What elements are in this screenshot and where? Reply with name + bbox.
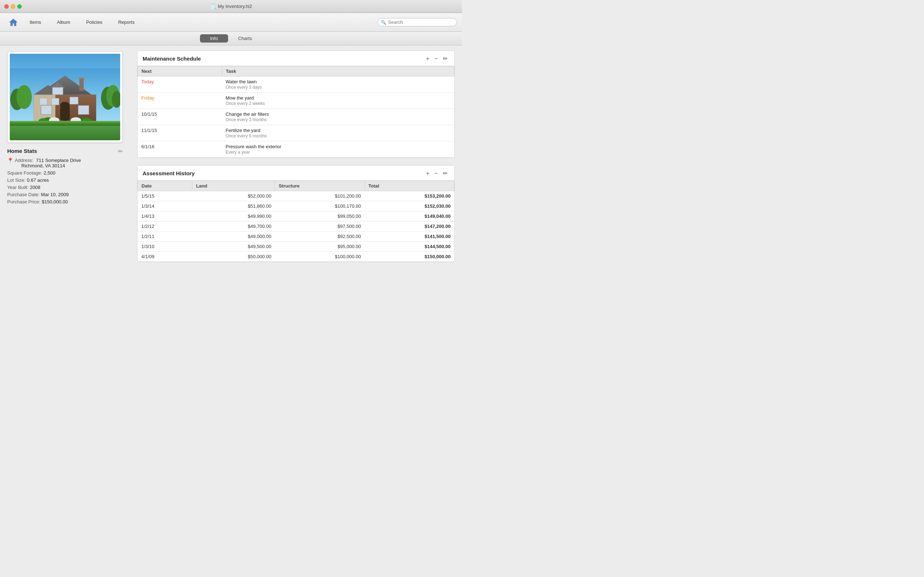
svg-rect-11: [79, 78, 84, 91]
nav-policies[interactable]: Policies: [78, 18, 110, 26]
toolbar: Items Album Policies Reports 🔍: [0, 13, 462, 32]
location-pin-icon: 📍: [7, 158, 13, 163]
maximize-button[interactable]: [17, 4, 22, 9]
svg-rect-29: [10, 121, 120, 126]
assessment-row: 1/4/13 $49,990.00 $99,050.00 $149,040.00: [138, 211, 454, 221]
assessment-row: 4/1/09 $50,000.00 $100,000.00 $150,000.0…: [138, 252, 454, 262]
lot-size-row: Lot Size: 0.67 acres: [7, 177, 81, 183]
cell-date-2: 1/4/13: [138, 211, 192, 221]
cell-land-5: $49,500.00: [192, 242, 275, 252]
svg-rect-12: [79, 77, 84, 79]
app-icon: 🗒️: [210, 3, 216, 10]
purchase-price-row: Purchase Price: $150,000.00: [7, 199, 81, 205]
cell-next-0: Today: [138, 76, 222, 93]
assessment-edit-button[interactable]: ✏: [441, 169, 449, 177]
cell-next-2: 10/1/15: [138, 109, 222, 125]
nav-reports[interactable]: Reports: [110, 18, 142, 26]
nav-items[interactable]: Items: [22, 18, 49, 26]
cell-next-1: Friday: [138, 93, 222, 109]
cell-total-2: $149,040.00: [365, 211, 454, 221]
home-stats-title: Home Stats: [7, 148, 81, 154]
maintenance-table: Next Task Today Water the lawn Once ever…: [137, 66, 454, 158]
house-illustration: [10, 54, 120, 140]
assessment-actions: + − ✏: [424, 169, 449, 177]
assessment-row: 1/2/11 $49,000.00 $92,500.00 $141,500.00: [138, 232, 454, 242]
cell-task-0: Water the lawn Once every 3 days: [222, 76, 454, 93]
col-structure: Structure: [275, 181, 365, 191]
home-icon: [9, 18, 18, 26]
maintenance-section: Maintenance Schedule + − ✏ Next Task: [137, 50, 455, 158]
cell-date-1: 1/3/14: [138, 201, 192, 211]
square-footage-value: 2,500: [44, 170, 56, 176]
cell-total-6: $150,000.00: [365, 252, 454, 262]
svg-marker-0: [9, 19, 18, 26]
square-footage-row: Square Footage: 2,500: [7, 170, 81, 176]
address-row: 📍 Address: 711 Someplace Drive Richmond,…: [7, 158, 81, 168]
cell-date-3: 1/2/12: [138, 221, 192, 232]
assessment-remove-button[interactable]: −: [433, 169, 439, 177]
maintenance-edit-button[interactable]: ✏: [441, 55, 449, 63]
maintenance-row: 6/1/16 Pressure wash the exterior Every …: [138, 141, 454, 158]
close-button[interactable]: [4, 4, 9, 9]
minimize-button[interactable]: [11, 4, 15, 9]
cell-structure-2: $99,050.00: [275, 211, 365, 221]
address-label: Address:: [15, 158, 33, 163]
photo-container: [7, 51, 123, 143]
tab-info[interactable]: Info: [200, 34, 228, 43]
svg-rect-20: [41, 105, 52, 114]
maintenance-row: Today Water the lawn Once every 3 days: [138, 76, 454, 93]
house-photo: [10, 54, 120, 140]
assessment-table: Date Land Structure Total 1/5/15 $52,000…: [137, 181, 454, 262]
lot-size-label: Lot Size:: [7, 177, 26, 183]
cell-date-4: 1/2/11: [138, 232, 192, 242]
search-input[interactable]: [388, 19, 453, 25]
maintenance-table-wrapper: Next Task Today Water the lawn Once ever…: [137, 66, 454, 158]
maintenance-row: Friday Mow the yard Once every 2 weeks: [138, 93, 454, 109]
maintenance-row: 11/1/15 Fertilize the yard Once every 6 …: [138, 125, 454, 141]
year-built-label: Year Built:: [7, 185, 29, 190]
svg-rect-17: [40, 98, 47, 105]
tab-charts[interactable]: Charts: [228, 34, 262, 43]
col-next: Next: [138, 66, 222, 76]
cell-total-3: $147,200.00: [365, 221, 454, 232]
search-box: 🔍: [378, 18, 457, 26]
search-icon: 🔍: [381, 20, 386, 25]
maintenance-title: Maintenance Schedule: [142, 56, 424, 62]
window-title: 🗒️ My Inventory.hi2: [210, 3, 252, 10]
home-stats-edit-button[interactable]: ✏: [118, 148, 123, 155]
cell-date-6: 4/1/09: [138, 252, 192, 262]
cell-total-5: $144,500.00: [365, 242, 454, 252]
svg-point-3: [16, 85, 32, 109]
main-content: Home Stats 📍 Address: 711 Someplace Driv…: [0, 45, 462, 288]
svg-rect-16: [52, 98, 59, 105]
cell-land-2: $49,990.00: [192, 211, 275, 221]
cell-structure-0: $101,200.00: [275, 191, 365, 201]
square-footage-label: Square Footage:: [7, 170, 42, 176]
cell-task-2: Change the air filters Once every 3 mont…: [222, 109, 454, 125]
assessment-table-wrapper: Date Land Structure Total 1/5/15 $52,000…: [137, 181, 454, 262]
cell-structure-5: $95,000.00: [275, 242, 365, 252]
cell-task-4: Pressure wash the exterior Every a year: [222, 141, 454, 158]
cell-date-0: 1/5/15: [138, 191, 192, 201]
cell-structure-1: $100,170.00: [275, 201, 365, 211]
right-panel: Maintenance Schedule + − ✏ Next Task: [130, 45, 462, 288]
svg-rect-14: [52, 87, 63, 95]
cell-structure-6: $100,000.00: [275, 252, 365, 262]
assessment-add-button[interactable]: +: [424, 169, 431, 177]
maintenance-header: Maintenance Schedule + − ✏: [137, 51, 454, 66]
address-line2: Richmond, VA 30114: [15, 163, 81, 168]
assessment-row: 1/3/10 $49,500.00 $95,000.00 $144,500.00: [138, 242, 454, 252]
svg-rect-15: [69, 97, 78, 104]
maintenance-remove-button[interactable]: −: [433, 55, 439, 63]
purchase-date-row: Purchase Date: Mar 10, 2009: [7, 192, 81, 197]
cell-total-1: $152,030.00: [365, 201, 454, 211]
cell-total-4: $141,500.00: [365, 232, 454, 242]
nav-home[interactable]: [5, 17, 22, 28]
cell-land-1: $51,860.00: [192, 201, 275, 211]
nav-album[interactable]: Album: [49, 18, 78, 26]
assessment-title: Assessment History: [142, 170, 424, 176]
year-built-value: 2008: [30, 185, 40, 190]
cell-land-0: $52,000.00: [192, 191, 275, 201]
maintenance-add-button[interactable]: +: [424, 55, 431, 63]
titlebar: 🗒️ My Inventory.hi2: [0, 0, 462, 13]
